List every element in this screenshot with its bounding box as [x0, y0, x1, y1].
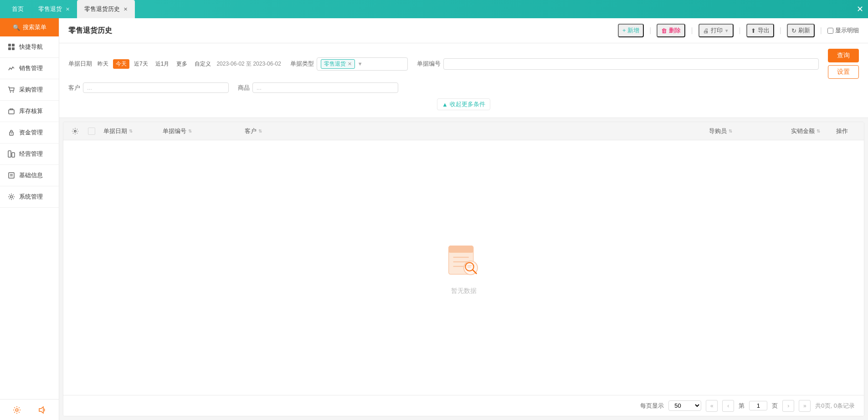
first-page-icon: « [710, 403, 714, 409]
tab-retail-return-label: 零售退货 [38, 5, 62, 13]
show-detail-input[interactable] [827, 28, 833, 34]
last-page-icon: » [803, 403, 806, 409]
sidebar-item-system[interactable]: 系统管理 [0, 186, 59, 208]
table-header: 单据日期 ⇅ 单据编号 ⇅ 客户 ⇅ 导购员 ⇅ 实销金额 ⇅ [63, 122, 864, 140]
sidebar-item-purchase-label: 采购管理 [19, 86, 43, 94]
svg-rect-0 [8, 44, 11, 46]
tab-retail-return-close[interactable]: ✕ [66, 6, 70, 12]
doc-type-filter: 单据类型 零售退货 ✕ ▼ [290, 57, 408, 71]
doc-type-tag: 零售退货 ✕ [321, 59, 355, 69]
date-btn-today[interactable]: 今天 [113, 59, 129, 69]
sidebar-search[interactable]: 🔍 搜索菜单 [0, 18, 59, 36]
th-check[interactable] [83, 128, 100, 135]
doc-num-filter: 单据编号 [417, 58, 819, 70]
export-button[interactable]: ⬆ 导出 [746, 24, 774, 37]
settings-button[interactable]: 设置 [828, 65, 859, 79]
sidebar-item-purchase[interactable]: 采购管理 [0, 79, 59, 101]
new-button[interactable]: + 新增 [618, 24, 644, 37]
pagination-next-button[interactable]: › [782, 400, 794, 412]
topbar: 首页 零售退货 ✕ 零售退货历史 ✕ ✕ [0, 0, 868, 18]
collapse-label: 收起更多条件 [450, 100, 485, 108]
delete-icon: 🗑 [661, 27, 667, 34]
show-detail-checkbox[interactable]: 显示明细 [827, 26, 859, 35]
collapse-button[interactable]: ▲ 收起更多条件 [437, 98, 490, 110]
sidebar-item-operations-label: 经营管理 [19, 150, 43, 158]
sidebar: 🔍 搜索菜单 快捷导航 销售管理 采购管理 [0, 18, 59, 420]
tab-retail-return-history[interactable]: 零售退货历史 ✕ [77, 0, 135, 18]
window-close-button[interactable]: ✕ [857, 4, 863, 14]
th-date[interactable]: 单据日期 ⇅ [100, 127, 159, 135]
finance-icon [7, 128, 15, 137]
collapse-row: ▲ 收起更多条件 [68, 97, 859, 112]
doc-type-tag-close[interactable]: ✕ [348, 61, 352, 67]
prev-page-icon: ‹ [727, 403, 729, 409]
sidebar-settings-button[interactable] [10, 403, 24, 417]
th-action: 操作 [824, 127, 860, 135]
svg-point-14 [10, 196, 13, 198]
tab-retail-return[interactable]: 零售退货 ✕ [31, 0, 77, 18]
th-date-label: 单据日期 [103, 127, 127, 135]
header-actions: + 新增 | 🗑 🗑 删除 删除 | 🖨 打印 ▼ | ⬆ 导出 [618, 24, 859, 37]
goods-select[interactable]: ... [252, 82, 398, 93]
sidebar-nav: 快捷导航 销售管理 采购管理 库存核算 [0, 36, 59, 399]
svg-marker-16 [39, 407, 43, 413]
svg-rect-2 [8, 47, 11, 50]
date-btn-more[interactable]: 更多 [174, 59, 190, 69]
sidebar-item-sales[interactable]: 销售管理 [0, 58, 59, 79]
customer-label: 客户 [68, 84, 80, 92]
page-header: 零售退货历史 + 新增 | 🗑 🗑 删除 删除 | 🖨 打印 ▼ | ⬆ [59, 18, 868, 43]
pagination-first-button[interactable]: « [706, 400, 718, 412]
th-customer-sort-icon: ⇅ [258, 128, 262, 133]
refresh-button[interactable]: ↻ 刷新 [787, 24, 815, 37]
date-btn-week[interactable]: 近7天 [131, 59, 151, 69]
date-btn-custom[interactable]: 自定义 [192, 59, 214, 69]
th-guide-sort-icon: ⇅ [729, 128, 732, 133]
th-customer[interactable]: 客户 ⇅ [241, 127, 705, 135]
customer-select[interactable]: ... [83, 82, 229, 93]
pagination-prev-button[interactable]: ‹ [722, 400, 734, 412]
select-all-checkbox[interactable] [88, 128, 95, 135]
doc-num-input[interactable] [443, 58, 819, 70]
svg-rect-1 [12, 44, 15, 46]
date-range-display: 2023-06-02 至 2023-06-02 [216, 60, 281, 68]
date-btn-yesterday[interactable]: 昨天 [95, 59, 111, 69]
tab-retail-return-history-close[interactable]: ✕ [123, 6, 128, 12]
svg-point-5 [13, 92, 14, 92]
sidebar-item-quick-nav-label: 快捷导航 [19, 43, 43, 51]
sidebar-item-finance[interactable]: 资金管理 [0, 122, 59, 143]
tab-retail-return-history-label: 零售退货历史 [84, 5, 120, 13]
tab-home[interactable]: 首页 [5, 0, 31, 18]
system-icon [7, 193, 15, 201]
th-amount[interactable]: 实销金额 ⇅ [769, 127, 824, 135]
pagination: 每页显示 50 10 20 100 « ‹ 第 页 › [63, 395, 864, 416]
sidebar-item-inventory-label: 库存核算 [19, 107, 43, 115]
date-btn-month[interactable]: 近1月 [153, 59, 172, 69]
sidebar-item-inventory[interactable]: 库存核算 [0, 101, 59, 122]
pagination-last-button[interactable]: » [799, 400, 811, 412]
main-layout: 🔍 搜索菜单 快捷导航 销售管理 采购管理 [0, 18, 868, 420]
th-guide[interactable]: 导购员 ⇅ [705, 127, 769, 135]
th-settings[interactable] [67, 128, 83, 135]
next-page-icon: › [787, 403, 789, 409]
page-number-input[interactable] [749, 401, 767, 410]
th-num[interactable]: 单据编号 ⇅ [159, 127, 241, 135]
goods-filter: 商品 ... [238, 82, 398, 93]
query-button[interactable]: 查询 [828, 49, 859, 62]
sidebar-item-basic-info[interactable]: 基础信息 [0, 165, 59, 186]
svg-rect-3 [12, 47, 15, 50]
doc-type-select[interactable]: 零售退货 ✕ ▼ [317, 57, 408, 71]
empty-state: 暂无数据 [63, 140, 864, 395]
svg-point-8 [11, 133, 12, 134]
print-button[interactable]: 🖨 打印 ▼ [699, 24, 734, 37]
page-label: 页 [772, 402, 778, 410]
delete-button[interactable]: 🗑 🗑 删除 删除 [657, 24, 685, 37]
goods-placeholder: ... [257, 84, 262, 91]
sidebar-item-operations[interactable]: 经营管理 [0, 143, 59, 165]
sidebar-item-quick-nav[interactable]: 快捷导航 [0, 36, 59, 58]
goods-label: 商品 [238, 84, 250, 92]
per-page-select[interactable]: 50 10 20 100 [668, 400, 701, 411]
th-date-sort-icon: ⇅ [129, 128, 133, 133]
th-guide-label: 导购员 [709, 127, 727, 135]
th-action-label: 操作 [836, 127, 848, 135]
sidebar-sound-button[interactable] [35, 403, 49, 417]
